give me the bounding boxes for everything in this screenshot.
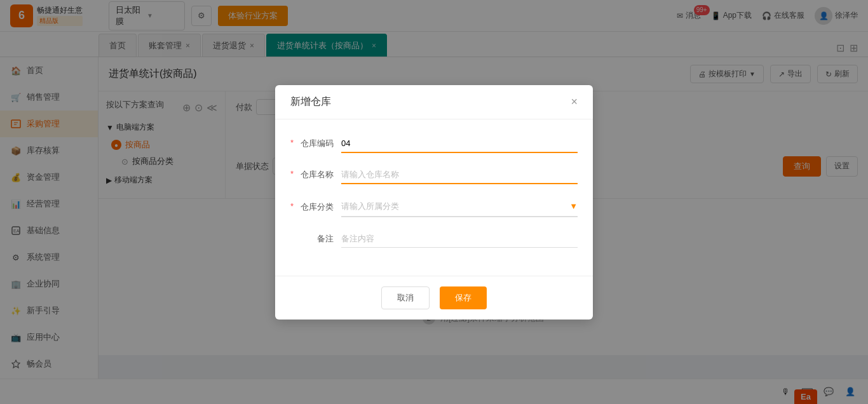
chevron-down-icon: ▼ — [569, 201, 578, 211]
form-row-name: 仓库名称 — [290, 166, 578, 184]
new-warehouse-modal: 新增仓库 × 仓库编码 仓库名称 仓库分类 请输入所属分类 ▼ — [275, 85, 593, 320]
save-button[interactable]: 保存 — [440, 286, 487, 309]
remark-input[interactable] — [341, 230, 578, 248]
category-label: 仓库分类 — [290, 201, 341, 213]
modal-header: 新增仓库 × — [275, 85, 593, 119]
cancel-button[interactable]: 取消 — [381, 286, 430, 309]
remark-label: 备注 — [290, 233, 341, 245]
name-label: 仓库名称 — [290, 169, 341, 180]
modal-close-icon[interactable]: × — [571, 96, 578, 107]
form-row-code: 仓库编码 — [290, 135, 578, 153]
modal-title: 新增仓库 — [290, 95, 331, 109]
modal-overlay[interactable]: 新增仓库 × 仓库编码 仓库名称 仓库分类 请输入所属分类 ▼ — [0, 0, 868, 404]
modal-body: 仓库编码 仓库名称 仓库分类 请输入所属分类 ▼ 备注 — [275, 119, 593, 276]
code-label: 仓库编码 — [290, 138, 341, 149]
form-row-category: 仓库分类 请输入所属分类 ▼ — [290, 197, 578, 217]
name-input[interactable] — [341, 166, 578, 184]
form-row-remark: 备注 — [290, 230, 578, 248]
category-select[interactable]: 请输入所属分类 ▼ — [341, 197, 578, 217]
modal-footer: 取消 保存 — [275, 276, 593, 320]
code-input[interactable] — [341, 135, 578, 153]
